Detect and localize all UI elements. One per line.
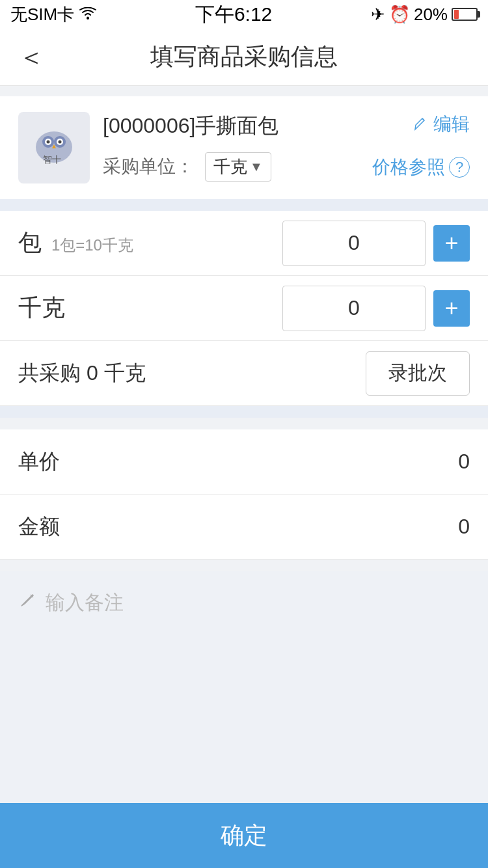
section-divider-1	[0, 199, 488, 211]
kg-label: 千克	[18, 294, 65, 321]
pack-sublabel: 1包=10千克	[51, 236, 133, 254]
battery-percent: 20%	[414, 5, 448, 25]
pack-input-row: 包 1包=10千克 0 +	[0, 211, 488, 276]
svg-point-0	[87, 17, 89, 20]
edit-label: 编辑	[433, 112, 470, 137]
product-thumbnail: 智十	[18, 112, 90, 183]
back-button[interactable]: ＜	[18, 39, 44, 75]
section-divider-2	[0, 406, 488, 418]
amount-row: 金额 0	[0, 495, 488, 560]
nav-bar: ＜ 填写商品采购信息	[0, 29, 488, 86]
kg-input[interactable]: 0	[282, 286, 426, 331]
note-placeholder: 输入备注	[46, 590, 124, 616]
unit-price-row: 单价 0	[0, 429, 488, 495]
price-ref-help-icon: ?	[449, 157, 470, 178]
edit-button[interactable]: 编辑	[413, 112, 470, 137]
svg-point-7	[59, 140, 62, 143]
purchase-unit-label: 采购单位：	[103, 156, 194, 176]
unit-price-value: 0	[458, 450, 470, 474]
pencil-icon	[18, 591, 36, 614]
kg-input-row: 千克 0 +	[0, 276, 488, 341]
status-bar: 无SIM卡 下午6:12 ✈ ⏰ 20%	[0, 0, 488, 29]
status-time: 下午6:12	[195, 1, 272, 28]
carrier-label: 无SIM卡	[10, 3, 74, 26]
amount-label: 金额	[18, 513, 60, 541]
product-info: [0000006]手撕面包 编辑 采购单位： 千克 ▼	[103, 112, 470, 182]
unit-value: 千克	[213, 156, 247, 178]
summary-row: 共采购 0 千克 录批次	[0, 341, 488, 406]
unit-price-label: 单价	[18, 448, 60, 476]
pack-label: 包	[18, 229, 42, 256]
svg-text:智十: 智十	[43, 154, 61, 165]
status-right: ✈ ⏰ 20%	[371, 5, 478, 25]
product-card: 智十 [0000006]手撕面包 编辑 采购单位：	[0, 96, 488, 199]
price-section: 单价 0 金额 0	[0, 429, 488, 560]
batch-button[interactable]: 录批次	[366, 351, 470, 396]
product-logo: 智十	[31, 122, 77, 174]
kg-plus-button[interactable]: +	[433, 290, 470, 327]
summary-text: 共采购 0 千克	[18, 359, 146, 388]
status-left: 无SIM卡	[10, 3, 96, 26]
pack-plus-button[interactable]: +	[433, 225, 470, 262]
unit-dropdown-arrow: ▼	[250, 159, 263, 174]
confirm-button[interactable]: 确定	[0, 803, 488, 868]
product-name: [0000006]手撕面包	[103, 112, 278, 141]
amount-value: 0	[458, 515, 470, 539]
battery-icon	[452, 8, 478, 21]
wifi-icon	[79, 5, 96, 25]
price-ref-label: 价格参照	[372, 155, 445, 180]
alarm-icon: ⏰	[389, 5, 410, 25]
unit-selector[interactable]: 千克 ▼	[205, 152, 271, 182]
pack-input[interactable]: 0	[282, 221, 426, 266]
svg-point-6	[47, 140, 50, 143]
purchase-unit-container: 采购单位： 千克 ▼	[103, 152, 271, 182]
svg-line-10	[422, 118, 424, 120]
page-title: 填写商品采购信息	[150, 41, 338, 73]
price-reference-btn[interactable]: 价格参照 ?	[372, 155, 470, 180]
location-icon: ✈	[371, 5, 385, 25]
confirm-label: 确定	[221, 820, 267, 852]
note-section[interactable]: 输入备注	[0, 571, 488, 634]
input-section: 包 1包=10千克 0 + 千克 0 + 共采购	[0, 211, 488, 406]
